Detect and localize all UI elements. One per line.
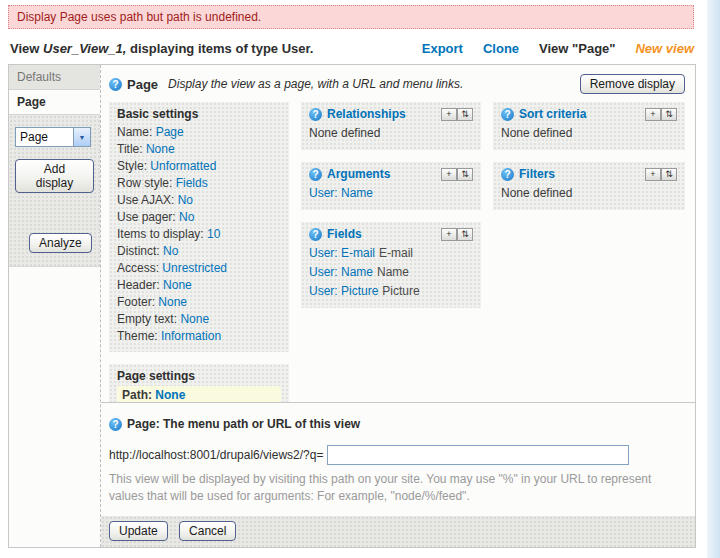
field-item: User: NameName [309, 263, 473, 282]
field-item: User: E-mailE-mail [309, 244, 473, 263]
add-display-button[interactable]: Add display [15, 159, 94, 193]
setting-label: Empty text: [117, 312, 177, 326]
basic-settings-title: Basic settings [117, 107, 281, 121]
relationships-block: ? Relationships + ⇅ None defined [301, 102, 481, 150]
help-icon[interactable]: ? [501, 108, 514, 121]
path-form-title-row: ? Page: The menu path or URL of this vie… [101, 417, 695, 431]
display-settings-main: ? Page Display the view as a page, with … [101, 65, 695, 547]
setting-value-link[interactable]: Page [156, 125, 184, 139]
tab-page-label: Page [17, 95, 46, 109]
display-type-select-value: Page [16, 130, 73, 144]
view-title-prefix: View [10, 41, 43, 56]
help-icon[interactable]: ? [109, 78, 122, 91]
display-type-select[interactable]: Page ▼ [15, 127, 91, 147]
settings-column-1: Basic settings Name: Page Title: None St… [109, 102, 289, 440]
setting-row: Use AJAX: No [117, 192, 281, 209]
setting-value-link[interactable]: No [163, 244, 178, 258]
rearrange-icon[interactable]: ⇅ [661, 168, 677, 181]
setting-label: Footer: [117, 295, 155, 309]
help-icon[interactable]: ? [309, 108, 322, 121]
add-icon[interactable]: + [645, 168, 661, 181]
add-icon[interactable]: + [441, 168, 457, 181]
setting-label: Use pager: [117, 210, 176, 224]
fields-title-link[interactable]: Fields [327, 227, 362, 241]
add-icon[interactable]: + [441, 228, 457, 241]
setting-value-link[interactable]: Fields [176, 176, 208, 190]
setting-row: Distinct: No [117, 243, 281, 260]
field-item-link[interactable]: User: Picture [309, 284, 378, 298]
display-sidebar: Defaults Page Page ▼ Add display Analyze [9, 65, 101, 547]
path-input[interactable] [327, 445, 629, 465]
update-button[interactable]: Update [109, 521, 168, 541]
field-item-label: Name [377, 265, 409, 279]
setting-value-link[interactable]: Unrestricted [162, 261, 227, 275]
arguments-block: ? Arguments + ⇅ User: Name [301, 162, 481, 210]
tab-defaults[interactable]: Defaults [9, 65, 100, 90]
setting-label: Theme: [117, 329, 158, 343]
arguments-title-link[interactable]: Arguments [327, 167, 390, 181]
error-message-text: Display Page uses path but path is undef… [17, 10, 261, 24]
help-icon[interactable]: ? [309, 168, 322, 181]
relationships-title-link[interactable]: Relationships [327, 107, 406, 121]
path-label: Path: [122, 388, 152, 402]
field-item-link[interactable]: User: Name [309, 265, 373, 279]
view-name: User_View_1, [43, 41, 126, 56]
rearrange-icon[interactable]: ⇅ [457, 108, 473, 121]
rearrange-icon[interactable]: ⇅ [457, 228, 473, 241]
clone-link[interactable]: Clone [483, 41, 519, 56]
view-title: View User_View_1, displaying items of ty… [10, 41, 402, 56]
setting-value-link[interactable]: No [178, 193, 193, 207]
setting-row: Style: Unformatted [117, 158, 281, 175]
new-view-link[interactable]: New view [635, 41, 694, 56]
setting-row: Row style: Fields [117, 175, 281, 192]
basic-settings-block: Basic settings Name: Page Title: None St… [109, 102, 289, 352]
tab-page[interactable]: Page [9, 90, 100, 115]
setting-value-link[interactable]: None [180, 312, 209, 326]
help-icon[interactable]: ? [501, 168, 514, 181]
setting-row: Use pager: No [117, 209, 281, 226]
add-icon[interactable]: + [645, 108, 661, 121]
sort-criteria-block: ? Sort criteria + ⇅ None defined [493, 102, 685, 150]
rearrange-icon[interactable]: ⇅ [457, 168, 473, 181]
path-form-title: Page: The menu path or URL of this view [127, 417, 360, 431]
analyze-button[interactable]: Analyze [29, 233, 92, 253]
display-controls-panel: Page ▼ Add display Analyze [9, 115, 100, 267]
path-help-text: This view will be displayed by visiting … [101, 471, 687, 505]
setting-label: Header: [117, 278, 160, 292]
field-item-label: Picture [382, 284, 419, 298]
field-item: User: PicturePicture [309, 282, 473, 301]
filters-title-link[interactable]: Filters [519, 167, 555, 181]
remove-display-button[interactable]: Remove display [580, 74, 685, 94]
display-header: ? Page Display the view as a page, with … [101, 65, 695, 98]
cancel-button[interactable]: Cancel [179, 521, 236, 541]
argument-item-link[interactable]: User: Name [309, 186, 373, 200]
rearrange-icon[interactable]: ⇅ [661, 108, 677, 121]
sort-criteria-title-link[interactable]: Sort criteria [519, 107, 586, 121]
setting-value-link[interactable]: Unformatted [150, 159, 216, 173]
field-item-link[interactable]: User: E-mail [309, 246, 375, 260]
setting-row: Theme: Information [117, 328, 281, 345]
help-icon[interactable]: ? [109, 418, 122, 431]
help-icon[interactable]: ? [309, 228, 322, 241]
path-url-prefix: http://localhost:8001/drupal6/views2/?q= [109, 448, 323, 462]
setting-label: Row style: [117, 176, 172, 190]
export-link[interactable]: Export [422, 41, 463, 56]
setting-label: Name: [117, 125, 152, 139]
settings-column-3: ? Sort criteria + ⇅ None defined ? Filte… [493, 102, 685, 222]
setting-value-link[interactable]: 10 [207, 227, 220, 241]
path-url-row: http://localhost:8001/drupal6/views2/?q= [101, 445, 695, 465]
setting-value-link[interactable]: No [179, 210, 194, 224]
setting-value-link[interactable]: Information [161, 329, 221, 343]
views-ui-container: Defaults Page Page ▼ Add display Analyze… [8, 64, 696, 548]
setting-value-link[interactable]: None [163, 278, 192, 292]
setting-value-link[interactable]: None [158, 295, 187, 309]
view-page-link[interactable]: View "Page" [539, 41, 615, 56]
add-icon[interactable]: + [441, 108, 457, 121]
tab-defaults-label: Defaults [17, 70, 61, 84]
page-background-gradient [707, 0, 720, 558]
display-description: Display the view as a page, with a URL a… [168, 77, 463, 91]
setting-value-link[interactable]: None [146, 142, 175, 156]
path-value-link[interactable]: None [155, 388, 185, 402]
settings-column-2: ? Relationships + ⇅ None defined ? Argum… [301, 102, 481, 320]
setting-row: Access: Unrestricted [117, 260, 281, 277]
